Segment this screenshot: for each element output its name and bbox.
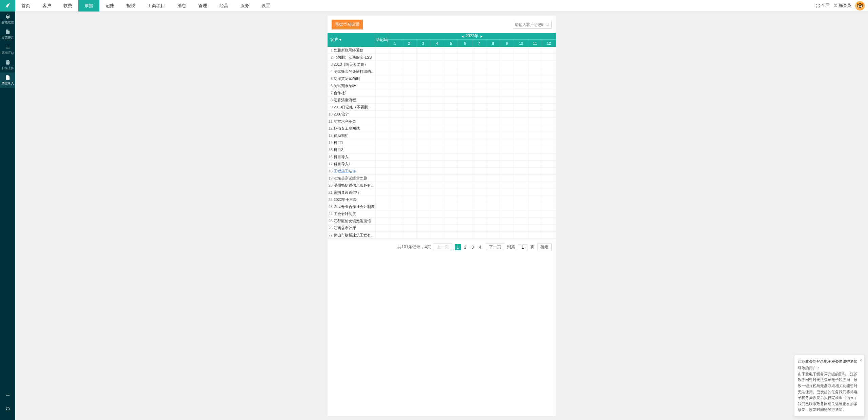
month-cell[interactable]	[388, 175, 402, 182]
month-header-12[interactable]: 12	[542, 40, 556, 47]
month-cell[interactable]	[444, 104, 458, 110]
month-cell[interactable]	[444, 118, 458, 125]
month-cell[interactable]	[500, 47, 514, 54]
month-cell[interactable]	[542, 75, 556, 82]
month-cell[interactable]	[514, 168, 528, 174]
month-cell[interactable]	[458, 189, 472, 196]
month-cell[interactable]	[514, 146, 528, 153]
table-row[interactable]: 18工程施工结转	[328, 168, 556, 175]
table-row[interactable]: 21东明县设置鞋行	[328, 189, 556, 196]
voucher-type-setting-button[interactable]: 票据类别设置	[332, 20, 363, 29]
month-cell[interactable]	[514, 203, 528, 210]
month-cell[interactable]	[388, 225, 402, 231]
month-cell[interactable]	[458, 232, 472, 238]
month-cell[interactable]	[416, 75, 430, 82]
month-cell[interactable]	[430, 61, 444, 68]
sidebar-support[interactable]	[0, 401, 15, 417]
month-cell[interactable]	[416, 232, 430, 238]
month-cell[interactable]	[402, 146, 416, 153]
table-row[interactable]: 26江西省审计厅	[328, 225, 556, 232]
month-cell[interactable]	[416, 210, 430, 217]
month-cell[interactable]	[444, 54, 458, 61]
month-cell[interactable]	[528, 89, 542, 96]
month-cell[interactable]	[388, 54, 402, 61]
month-cell[interactable]	[416, 168, 430, 174]
month-cell[interactable]	[472, 161, 486, 167]
month-cell[interactable]	[472, 168, 486, 174]
month-cell[interactable]	[444, 153, 458, 160]
search-icon[interactable]	[545, 22, 550, 28]
month-cell[interactable]	[430, 47, 444, 54]
table-row[interactable]: 92013日记账（不要删除哈，谢...	[328, 104, 556, 111]
month-cell[interactable]	[458, 146, 472, 153]
month-header-8[interactable]: 8	[486, 40, 500, 47]
month-cell[interactable]	[458, 203, 472, 210]
month-cell[interactable]	[486, 153, 500, 160]
sidebar-item-4[interactable]: 票据录入	[0, 72, 15, 88]
customer-name[interactable]: 工程施工结转	[334, 169, 375, 174]
topnav-item-8[interactable]: 管理	[192, 0, 213, 12]
table-row[interactable]: 13辅助期初	[328, 132, 556, 139]
month-cell[interactable]	[528, 146, 542, 153]
month-cell[interactable]	[514, 82, 528, 89]
month-cell[interactable]	[402, 104, 416, 110]
month-cell[interactable]	[458, 104, 472, 110]
month-cell[interactable]	[472, 182, 486, 189]
month-cell[interactable]	[402, 210, 416, 217]
month-cell[interactable]	[472, 203, 486, 210]
month-cell[interactable]	[444, 89, 458, 96]
month-header-5[interactable]: 5	[444, 40, 458, 47]
month-cell[interactable]	[416, 182, 430, 189]
month-cell[interactable]	[542, 182, 556, 189]
month-cell[interactable]	[472, 89, 486, 96]
month-cell[interactable]	[542, 89, 556, 96]
month-cell[interactable]	[444, 97, 458, 103]
month-cell[interactable]	[514, 61, 528, 68]
month-cell[interactable]	[500, 232, 514, 238]
month-header-1[interactable]: 1	[388, 40, 402, 47]
month-cell[interactable]	[416, 68, 430, 75]
month-cell[interactable]	[416, 104, 430, 110]
month-cell[interactable]	[388, 146, 402, 153]
month-cell[interactable]	[528, 175, 542, 182]
pager-prev[interactable]: 上一页	[434, 243, 452, 251]
month-cell[interactable]	[514, 97, 528, 103]
table-row[interactable]: 7合作社1	[328, 89, 556, 97]
month-cell[interactable]	[458, 175, 472, 182]
month-cell[interactable]	[388, 189, 402, 196]
month-cell[interactable]	[458, 132, 472, 139]
month-cell[interactable]	[430, 225, 444, 231]
sidebar-download[interactable]	[0, 386, 15, 401]
month-cell[interactable]	[430, 89, 444, 96]
month-cell[interactable]	[458, 217, 472, 224]
month-cell[interactable]	[444, 189, 458, 196]
month-cell[interactable]	[388, 139, 402, 146]
month-cell[interactable]	[542, 104, 556, 110]
month-cell[interactable]	[388, 132, 402, 139]
month-cell[interactable]	[500, 68, 514, 75]
month-header-11[interactable]: 11	[528, 40, 542, 47]
month-header-9[interactable]: 9	[500, 40, 514, 47]
month-cell[interactable]	[500, 182, 514, 189]
month-cell[interactable]	[528, 225, 542, 231]
month-cell[interactable]	[402, 89, 416, 96]
month-cell[interactable]	[402, 82, 416, 89]
pager-page-4[interactable]: 4	[477, 244, 483, 250]
month-cell[interactable]	[458, 225, 472, 231]
month-cell[interactable]	[416, 225, 430, 231]
month-cell[interactable]	[472, 175, 486, 182]
month-cell[interactable]	[416, 146, 430, 153]
month-cell[interactable]	[486, 210, 500, 217]
month-cell[interactable]	[542, 225, 556, 231]
month-cell[interactable]	[500, 203, 514, 210]
table-row[interactable]: 16科目导入	[328, 153, 556, 161]
month-cell[interactable]	[472, 75, 486, 82]
month-cell[interactable]	[402, 75, 416, 82]
month-cell[interactable]	[402, 196, 416, 203]
pager-confirm[interactable]: 确定	[537, 243, 552, 251]
table-row[interactable]: 17科目导入1	[328, 161, 556, 168]
table-row[interactable]: 25江都区仙女镇泡泡面馆	[328, 217, 556, 225]
month-cell[interactable]	[542, 168, 556, 174]
month-cell[interactable]	[430, 97, 444, 103]
month-cell[interactable]	[430, 175, 444, 182]
